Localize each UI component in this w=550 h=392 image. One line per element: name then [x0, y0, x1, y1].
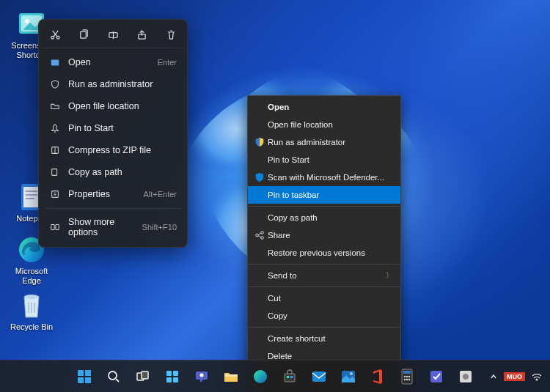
cut-icon[interactable]: [48, 27, 62, 42]
context-menu-quick-actions: [43, 24, 183, 48]
svg-rect-17: [52, 169, 57, 176]
svg-point-23: [261, 237, 264, 240]
menu-item-restore-previous-versions[interactable]: Restore previous versions: [248, 244, 400, 262]
taskbar-app-button[interactable]: [452, 363, 479, 390]
menu-item-label: Copy as path: [268, 212, 393, 223]
svg-rect-12: [81, 31, 87, 37]
taskbar-calculator-button[interactable]: [394, 363, 420, 390]
defender-icon: [252, 171, 268, 183]
svg-rect-42: [312, 371, 326, 382]
tray-muo-badge[interactable]: MUO: [504, 372, 525, 381]
menu-item-send-to[interactable]: Send to〉: [248, 267, 400, 284]
menu-item-pin-to-start[interactable]: Pin to Start: [43, 117, 183, 139]
taskbar-chat-button[interactable]: [188, 363, 215, 390]
taskbar-taskview-button[interactable]: [130, 363, 156, 390]
menu-item-cut[interactable]: Cut: [248, 289, 400, 307]
svg-point-56: [536, 379, 538, 380]
menu-item-run-as-administrator[interactable]: Run as administrator: [43, 73, 183, 95]
context-menu-classic: Open Open file location Run as administr…: [247, 95, 401, 392]
taskbar-photos-button[interactable]: [335, 363, 362, 390]
svg-point-49: [408, 375, 411, 377]
menu-item-copy[interactable]: Copy: [248, 307, 400, 325]
menu-item-run-as-administrator[interactable]: Run as administrator: [248, 133, 400, 151]
svg-rect-53: [430, 371, 442, 382]
taskbar-mail-button[interactable]: [306, 363, 332, 390]
svg-rect-18: [52, 191, 59, 198]
svg-rect-33: [166, 377, 172, 382]
menu-item-label: Pin to taskbar: [268, 190, 393, 200]
svg-point-47: [404, 375, 406, 377]
share-icon[interactable]: [135, 27, 150, 42]
menu-separator: [249, 327, 400, 328]
share-icon: [252, 229, 268, 241]
svg-point-2: [25, 19, 29, 23]
taskbar-edge-button[interactable]: [247, 363, 274, 390]
svg-point-44: [350, 372, 353, 375]
menu-item-show-more-options[interactable]: Show more options Shift+F10: [43, 212, 183, 243]
menu-item-label: Run as administrator: [268, 137, 393, 147]
svg-point-38: [254, 370, 267, 383]
taskbar-todo-button[interactable]: [423, 363, 450, 390]
taskbar-file-explorer-button[interactable]: [218, 363, 244, 390]
menu-item-copy-as-path[interactable]: Copy as path: [43, 161, 183, 183]
svg-rect-19: [51, 225, 54, 230]
menu-item-open[interactable]: Open Enter: [43, 51, 183, 73]
zip-icon: [49, 144, 61, 156]
taskbar-office-button[interactable]: [364, 363, 391, 390]
menu-item-label: Open file location: [268, 119, 393, 130]
delete-icon[interactable]: [164, 27, 178, 42]
svg-point-11: [56, 36, 59, 39]
menu-item-open-file-location[interactable]: Open file location: [248, 116, 400, 133]
menu-item-label: Restore previous versions: [268, 248, 393, 258]
copy-icon[interactable]: [77, 27, 92, 42]
menu-item-pin-to-taskbar[interactable]: Pin to taskbar: [248, 186, 400, 204]
menu-item-label: Open file location: [68, 101, 177, 111]
taskbar-search-button[interactable]: [100, 363, 127, 390]
menu-item-open-file-location[interactable]: Open file location: [43, 95, 183, 117]
svg-rect-39: [285, 374, 295, 382]
properties-icon: [49, 188, 61, 200]
taskbar-widgets-button[interactable]: [159, 363, 186, 390]
menu-item-label: Cut: [268, 293, 393, 303]
menu-item-label: Scan with Microsoft Defender...: [268, 172, 393, 182]
menu-item-label: Send to: [268, 270, 386, 281]
tray-chevron-up-icon[interactable]: [488, 371, 499, 382]
menu-item-label: Compress to ZIP file: [68, 145, 177, 155]
copy-path-icon: [49, 166, 61, 178]
menu-item-copy-as-path[interactable]: Copy as path: [248, 209, 400, 226]
menu-item-pin-to-start[interactable]: Pin to Start: [248, 151, 400, 169]
desktop-icon-label: Microsoft Edge: [6, 267, 57, 286]
system-tray: MUO: [488, 371, 544, 382]
shield-icon: [49, 78, 61, 90]
menu-item-properties[interactable]: Properties Alt+Enter: [43, 183, 183, 205]
svg-point-55: [463, 374, 469, 380]
menu-separator: [249, 264, 400, 265]
menu-item-create-shortcut[interactable]: Create shortcut: [248, 330, 400, 347]
taskbar-store-button[interactable]: [276, 363, 303, 390]
tray-network-icon[interactable]: [529, 371, 544, 382]
menu-item-label: Properties: [68, 189, 136, 199]
menu-item-label: Open: [68, 57, 150, 67]
svg-point-50: [404, 378, 406, 380]
menu-item-label: Pin to Start: [268, 155, 393, 165]
menu-item-open[interactable]: Open: [248, 98, 400, 116]
menu-item-label: Copy: [268, 311, 393, 321]
svg-rect-31: [166, 371, 172, 376]
taskbar-start-button[interactable]: [71, 363, 98, 390]
svg-rect-41: [290, 376, 293, 378]
menu-item-scan-with-defender[interactable]: Scan with Microsoft Defender...: [248, 169, 400, 186]
open-icon: [49, 56, 61, 68]
rename-icon[interactable]: [106, 27, 120, 42]
svg-rect-27: [85, 377, 91, 383]
svg-point-51: [406, 378, 408, 380]
menu-separator: [249, 286, 400, 287]
menu-item-label: Share: [268, 230, 393, 240]
svg-rect-40: [287, 376, 289, 378]
menu-shortcut: Alt+Enter: [143, 190, 177, 199]
menu-item-share[interactable]: Share: [248, 226, 400, 244]
menu-item-compress-to-zip[interactable]: Compress to ZIP file: [43, 139, 183, 161]
desktop-icon-recycle-bin[interactable]: Recycle Bin: [6, 290, 57, 332]
svg-point-48: [406, 375, 408, 377]
menu-item-label: Copy as path: [68, 167, 177, 177]
folder-icon: [49, 100, 61, 112]
